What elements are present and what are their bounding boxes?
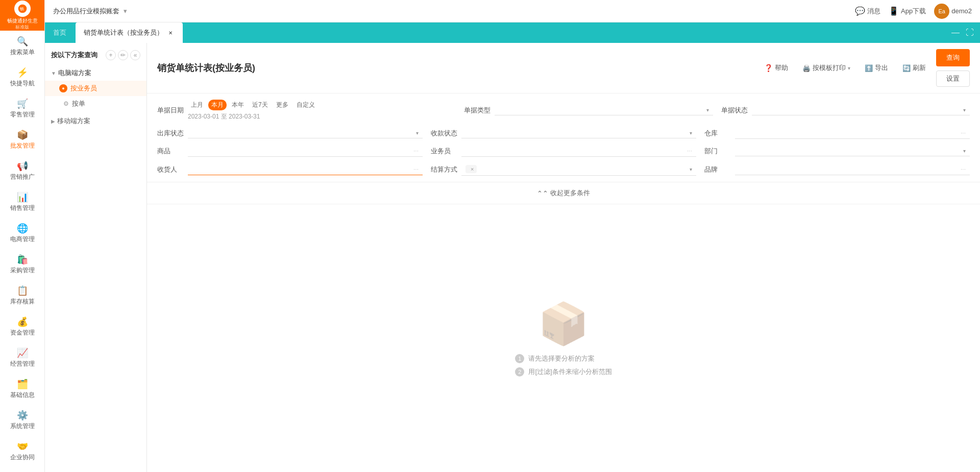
sidebar-item-finance[interactable]: 💰 资金管理 xyxy=(0,311,45,342)
sidebar: 畅 畅捷通好生意 标准版 🔍 搜索菜单 ⚡ 快捷导航 🛒 零售管理 📦 批发管理… xyxy=(0,0,45,472)
department-input[interactable]: ▾ xyxy=(735,146,970,156)
collapse-bar: ⌃⌃ 收起更多条件 xyxy=(147,182,980,204)
sidebar-item-marketing[interactable]: 📢 营销推广 xyxy=(0,155,45,186)
sidebar-label-finance: 资金管理 xyxy=(10,328,35,337)
product-dots: ··· xyxy=(413,147,419,154)
out-status-input[interactable]: ▾ xyxy=(188,128,423,138)
lp-section-header-pc[interactable]: ▼ 电脑端方案 xyxy=(45,65,146,81)
user-name: demo2 xyxy=(951,7,972,15)
tab-home-label: 首页 xyxy=(53,28,66,37)
sidebar-item-search[interactable]: 🔍 搜索菜单 xyxy=(0,31,45,62)
refresh-btn[interactable]: 🔄 刷新 xyxy=(898,61,930,75)
message-btn[interactable]: 💬 消息 xyxy=(855,6,880,16)
export-icon: ⬆️ xyxy=(865,64,873,72)
help-btn[interactable]: ❓ 帮助 xyxy=(760,61,792,75)
mobile-arrow: ▶ xyxy=(51,119,55,124)
sidebar-item-quick-nav[interactable]: ⚡ 快捷导航 xyxy=(0,62,45,93)
tab-sales-stat[interactable]: 销货单统计表（按业务员） ✕ xyxy=(76,22,183,43)
sidebar-label-sales: 销售管理 xyxy=(10,204,35,213)
sidebar-item-retail[interactable]: 🛒 零售管理 xyxy=(0,93,45,124)
warehouse-input[interactable]: ··· xyxy=(735,127,970,139)
date-label: 单据日期 xyxy=(157,106,188,115)
payment-tag-clear[interactable]: × xyxy=(471,166,474,172)
product-label: 商品 xyxy=(157,147,188,156)
pc-section-arrow: ▼ xyxy=(51,70,56,76)
doc-status-input[interactable]: ▾ xyxy=(752,105,970,115)
mobile-section-label: 移动端方案 xyxy=(57,116,90,126)
filter-consignee: 收货人 ··· xyxy=(157,163,423,175)
salesperson-input[interactable]: ··· xyxy=(461,145,696,157)
page-title: 销货单统计表(按业务员) xyxy=(157,62,255,74)
recv-status-input[interactable]: ▾ xyxy=(461,128,696,138)
filter-row-2: 出库状态 ▾ 收款状态 ▾ 仓库 xyxy=(157,127,970,139)
lp-edit-btn[interactable]: ✏ xyxy=(118,50,128,60)
collapse-btn[interactable]: ⌃⌃ 收起更多条件 xyxy=(531,186,596,200)
sidebar-item-enterprise[interactable]: 🤝 企业协同 xyxy=(0,436,45,467)
refresh-label: 刷新 xyxy=(913,63,926,73)
filter-row-3: 商品 ··· 业务员 ··· 部门 xyxy=(157,145,970,157)
recv-status-label: 收款状态 xyxy=(431,129,461,138)
by-order-icon: ⚙ xyxy=(63,100,69,107)
topbar-right: 💬 消息 📱 App下载 Ea demo2 xyxy=(855,4,972,19)
tab-extra: — ⛶ xyxy=(949,26,980,39)
sidebar-item-sales[interactable]: 📊 销售管理 xyxy=(0,186,45,218)
settings-btn[interactable]: 设置 xyxy=(936,70,970,87)
tab-home[interactable]: 首页 xyxy=(45,22,75,43)
lp-add-btn[interactable]: + xyxy=(106,50,116,60)
sidebar-item-purchase[interactable]: 🛍️ 采购管理 xyxy=(0,249,45,280)
sidebar-label-purchase: 采购管理 xyxy=(10,266,35,275)
tab-minimize-btn[interactable]: — xyxy=(949,26,962,39)
product-input[interactable]: ··· xyxy=(188,145,423,157)
brand-input[interactable]: ··· xyxy=(735,163,970,175)
tab-close-btn[interactable]: ✕ xyxy=(166,29,175,37)
payment-tag[interactable]: × xyxy=(465,165,477,173)
salesperson-label: 业务员 xyxy=(431,147,461,156)
date-tab-last-month[interactable]: 上月 xyxy=(188,100,206,110)
lp-collapse-btn[interactable]: « xyxy=(130,50,140,60)
operation-icon: 📈 xyxy=(17,347,28,359)
lp-actions: + ✏ « xyxy=(106,50,140,60)
filter-out-status: 出库状态 ▾ xyxy=(157,128,423,138)
query-btn[interactable]: 查询 xyxy=(936,49,970,66)
date-tab-this-month[interactable]: 本月 xyxy=(208,100,227,110)
doc-type-input[interactable]: ▾ xyxy=(495,105,713,115)
consignee-input[interactable]: ··· xyxy=(188,163,423,175)
lp-move-section[interactable]: ▶ 移动端方案 xyxy=(45,113,146,129)
sidebar-item-wholesale[interactable]: 📦 批发管理 xyxy=(0,124,45,155)
sidebar-item-inventory[interactable]: 📋 库存核算 xyxy=(0,280,45,311)
out-status-label: 出库状态 xyxy=(157,129,188,138)
print-btn[interactable]: 🖨️ 按模板打印 ▾ xyxy=(798,61,854,75)
date-tab-this-year[interactable]: 本年 xyxy=(229,100,247,110)
lp-item-salesperson-label: 按业务员 xyxy=(70,84,97,93)
topbar-dropdown-icon[interactable]: ▾ xyxy=(124,7,127,15)
payment-input[interactable]: × ▾ xyxy=(461,163,696,176)
sidebar-label-search: 搜索菜单 xyxy=(10,48,35,57)
sidebar-item-operation[interactable]: 📈 经营管理 xyxy=(0,342,45,373)
sidebar-item-basic[interactable]: 🗂️ 基础信息 xyxy=(0,373,45,405)
lp-item-by-salesperson[interactable]: ● 按业务员 xyxy=(45,81,146,96)
tab-maximize-btn[interactable]: ⛶ xyxy=(964,26,976,39)
sidebar-label-operation: 经营管理 xyxy=(10,360,35,368)
quick-nav-icon: ⚡ xyxy=(17,67,28,78)
consignee-label: 收货人 xyxy=(157,165,188,174)
brand-label: 品牌 xyxy=(704,165,735,174)
ecommerce-icon: 🌐 xyxy=(17,223,28,234)
date-tab-last7days[interactable]: 近7天 xyxy=(249,100,271,110)
user-info[interactable]: Ea demo2 xyxy=(934,4,972,19)
filter-department: 部门 ▾ xyxy=(704,146,970,156)
filter-brand: 品牌 ··· xyxy=(704,163,970,175)
date-tab-more[interactable]: 更多 xyxy=(273,100,291,110)
page-actions: ❓ 帮助 🖨️ 按模板打印 ▾ ⬆️ 导出 🔄 刷新 xyxy=(760,49,970,87)
app-download-btn[interactable]: 📱 App下载 xyxy=(889,6,926,16)
lp-item-by-order[interactable]: ⚙ 按单 xyxy=(45,96,146,111)
filter-recv-status: 收款状态 ▾ xyxy=(431,128,696,138)
export-btn[interactable]: ⬆️ 导出 xyxy=(861,61,892,75)
sidebar-item-system[interactable]: ⚙️ 系统管理 xyxy=(0,405,45,436)
sidebar-item-ecommerce[interactable]: 🌐 电商管理 xyxy=(0,218,45,249)
date-tab-custom[interactable]: 自定义 xyxy=(293,100,318,110)
help-label: 帮助 xyxy=(775,63,788,73)
system-icon: ⚙️ xyxy=(17,410,28,421)
tab-sales-stat-label: 销货单统计表（按业务员） xyxy=(84,28,163,37)
message-label: 消息 xyxy=(867,7,880,16)
sidebar-item-newbie[interactable]: 🎯 新手引导 xyxy=(0,467,45,472)
